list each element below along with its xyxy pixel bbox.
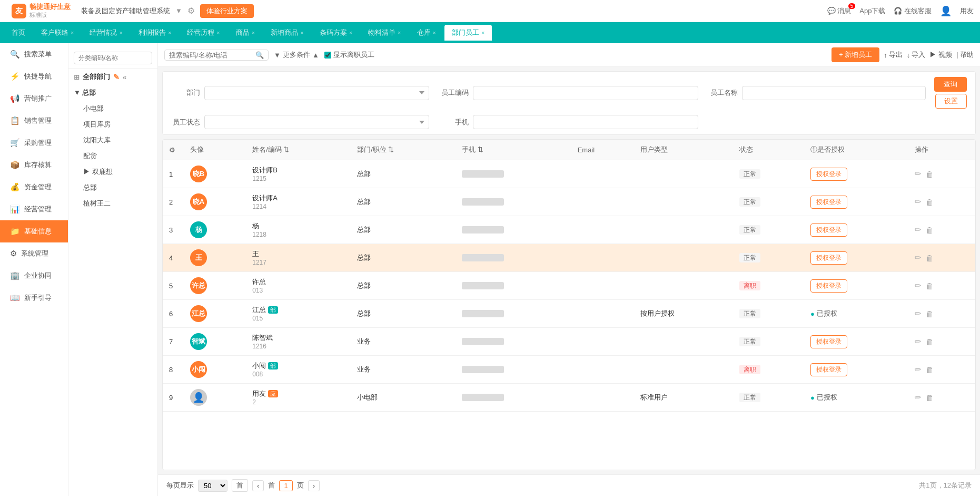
auth-login-button[interactable]: 授权登录 [810,168,847,181]
filter-name-input[interactable] [742,86,926,100]
col-settings[interactable]: ⚙ [163,140,184,160]
row-auth[interactable]: 授权登录 [804,356,908,384]
col-settings-icon[interactable]: ⚙ [169,146,175,154]
delete-button[interactable]: 🗑 [926,337,934,346]
reset-button[interactable]: 设置 [935,94,967,109]
tab-bom[interactable]: 物料清单 × [361,25,408,41]
delete-button[interactable]: 🗑 [926,393,934,402]
export-button[interactable]: ↑ 导出 [884,50,903,60]
auth-login-button[interactable]: 授权登录 [810,335,847,348]
tab-close-icon[interactable]: × [481,30,484,36]
sidebar-item-basic[interactable]: 📁 基础信息 [0,220,68,242]
auth-login-button[interactable]: 授权登录 [810,363,847,376]
help-button[interactable]: | 帮助 [956,50,974,60]
dept-item-zhishuwanger[interactable]: 植树王二 [68,196,157,211]
edit-button[interactable]: ✏ [915,393,922,402]
show-resigned-checkbox-label[interactable]: 显示离职员工 [324,50,374,60]
dept-item-xiangmukufang[interactable]: 项目库房 [68,116,157,132]
tab-close-icon[interactable]: × [398,30,401,36]
system-dropdown-icon[interactable]: ▼ [175,7,182,15]
delete-button[interactable]: 🗑 [926,169,934,179]
row-auth[interactable]: 授权登录 [804,160,908,188]
row-auth[interactable]: 授权登录 [804,272,908,300]
sidebar-item-finance[interactable]: 💰 资金管理 [0,176,68,198]
tab-close-icon[interactable]: × [349,30,352,36]
dept-collapse-icon[interactable]: « [123,73,126,81]
settings-gear-icon[interactable]: ⚙ [187,6,195,16]
edit-button[interactable]: ✏ [915,253,922,262]
tab-warehouse[interactable]: 仓库 × [410,25,443,41]
next-page-button[interactable]: › [308,480,320,491]
delete-button[interactable]: 🗑 [926,197,934,207]
tab-close-icon[interactable]: × [71,30,74,36]
dept-edit-icon[interactable]: ✎ [113,73,120,81]
tab-close-icon[interactable]: × [252,30,255,36]
view-button[interactable]: ▶ 视频 [929,50,952,60]
delete-button[interactable]: 🗑 [926,365,934,374]
search-input[interactable] [169,51,253,59]
delete-button[interactable]: 🗑 [926,253,934,262]
search-button[interactable]: 查询 [934,77,967,92]
sidebar-item-operation[interactable]: 📊 经营管理 [0,198,68,220]
filter-status-select[interactable] [204,115,429,129]
import-button[interactable]: ↓ 导入 [907,50,926,60]
tab-close-icon[interactable]: × [433,30,436,36]
tab-home[interactable]: 首页 [4,25,33,41]
edit-button[interactable]: ✏ [915,309,922,318]
sidebar-item-inventory[interactable]: 📦 库存核算 [0,154,68,176]
row-auth[interactable]: ●已授权 [804,300,908,328]
filter-phone-input[interactable] [473,115,698,129]
trial-button[interactable]: 体验行业方案 [200,4,254,18]
tab-barcode[interactable]: 条码方案 × [312,25,360,41]
dept-item-shenyangdaku[interactable]: 沈阳大库 [68,132,157,148]
col-name-code[interactable]: 姓名/编码 ⇅ [246,140,351,160]
show-resigned-checkbox[interactable] [324,52,331,59]
delete-button[interactable]: 🗑 [926,309,934,318]
tab-close-icon[interactable]: × [168,30,171,36]
row-auth[interactable]: 授权登录 [804,328,908,356]
add-employee-button[interactable]: + 新增员工 [831,47,879,62]
tab-history[interactable]: 经营历程 × [180,25,227,41]
tab-profit[interactable]: 利润报告 × [131,25,179,41]
edit-button[interactable]: ✏ [915,169,922,179]
dept-item-shuangluxiang[interactable]: ▶ 双鹿想 [68,164,157,180]
message-icon-area[interactable]: 💬 消息 5 [827,6,852,16]
tab-close-icon[interactable]: × [119,30,122,36]
sidebar-item-system[interactable]: ⚙ 系统管理 [0,242,68,265]
edit-button[interactable]: ✏ [915,337,922,346]
sidebar-item-marketing[interactable]: 📢 营销推广 [0,87,68,110]
search-icon[interactable]: 🔍 [255,51,264,59]
dept-item-xiaodianbu[interactable]: 小电部 [68,101,157,116]
delete-button[interactable]: 🗑 [926,225,934,235]
row-auth[interactable]: 授权登录 [804,188,908,216]
first-page-button[interactable]: 首 [232,479,248,492]
edit-button[interactable]: ✏ [915,281,922,290]
sidebar-item-shortcut[interactable]: ⚡ 快捷导航 [0,65,68,87]
tab-department[interactable]: 部门员工 × [444,25,492,41]
prev-page-button[interactable]: ‹ [252,480,264,491]
dept-item-zongbu-parent[interactable]: ▼ 总部 [68,85,157,101]
auth-login-button[interactable]: 授权登录 [810,223,847,237]
filter-code-input[interactable] [473,86,698,100]
row-auth[interactable]: 授权登录 [804,216,908,244]
dept-item-peihuo[interactable]: 配货 [68,148,157,164]
dept-item-zongbu-sub[interactable]: 总部 [68,180,157,196]
filter-dept-select[interactable] [204,86,429,100]
edit-button[interactable]: ✏ [915,225,922,235]
tab-customer[interactable]: 客户联络 × [34,25,81,41]
edit-button[interactable]: ✏ [915,197,922,207]
delete-button[interactable]: 🗑 [926,281,934,290]
online-service-link[interactable]: 🎧 在线客服 [894,6,932,16]
tab-close-icon[interactable]: × [300,30,303,36]
sidebar-item-enterprise[interactable]: 🏢 企业协同 [0,265,68,287]
tab-operation[interactable]: 经营情况 × [82,25,130,41]
col-phone[interactable]: 手机 ⇅ [456,140,571,160]
app-download-link[interactable]: App下载 [859,6,885,16]
auth-login-button[interactable]: 授权登录 [810,196,847,209]
auth-login-button[interactable]: 授权登录 [810,251,847,265]
sidebar-item-sales[interactable]: 📋 销售管理 [0,110,68,132]
sidebar-item-purchase[interactable]: 🛒 采购管理 [0,132,68,154]
dept-search-input[interactable] [74,52,152,64]
tab-close-icon[interactable]: × [216,30,220,36]
per-page-select[interactable]: 50 20 100 [198,480,227,492]
